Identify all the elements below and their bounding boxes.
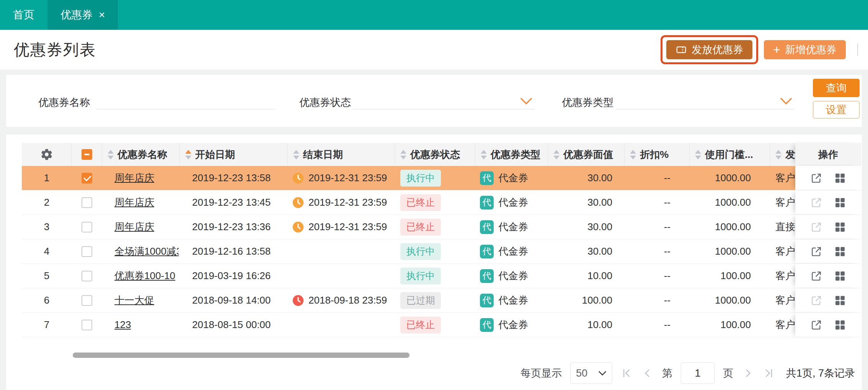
sort-icons[interactable] (400, 150, 406, 159)
send-type: 客户 (770, 313, 795, 337)
row-checkbox[interactable] (82, 222, 92, 232)
row-checkbox[interactable] (82, 271, 92, 281)
header-end-date[interactable]: 结束日期 (288, 143, 395, 166)
export-icon[interactable] (810, 245, 822, 258)
end-date-cell: 2018-09-18 23:59 (288, 288, 395, 312)
filter-name-label: 优惠券名称 (38, 96, 90, 109)
row-checkbox[interactable] (82, 197, 92, 208)
last-page-icon[interactable] (762, 367, 775, 379)
coupon-name-input[interactable] (96, 88, 276, 109)
header-discount[interactable]: 折扣% (625, 143, 690, 166)
coupon-type-select[interactable] (615, 88, 794, 109)
per-page-select[interactable]: 50 (570, 362, 612, 384)
row-checkbox[interactable] (82, 173, 92, 184)
grid-icon[interactable] (834, 245, 846, 258)
export-icon[interactable] (810, 221, 822, 233)
coupon-name-link[interactable]: 十一大促 (114, 294, 154, 307)
grid-icon[interactable] (834, 197, 846, 209)
row-checkbox[interactable] (82, 295, 92, 306)
status-cell: 已终止 (395, 190, 475, 214)
issue-button-label: 发放优惠券 (692, 43, 743, 57)
table-row: 4 全场满1000减30 2019-12-16 13:58 执行中 代 代金券 … (22, 239, 861, 264)
page-suffix-label: 页 (723, 366, 733, 380)
row-checkbox[interactable] (82, 246, 92, 257)
export-icon[interactable] (810, 294, 822, 307)
select-all-checkbox[interactable] (82, 149, 92, 160)
coupon-name-link[interactable]: 123 (114, 319, 131, 331)
header-face-value[interactable]: 优惠券面值 (548, 143, 625, 166)
scrollbar-thumb[interactable] (73, 353, 410, 358)
sort-icons[interactable] (553, 150, 560, 159)
close-icon[interactable]: × (99, 10, 105, 20)
header-label: 开始日期 (195, 148, 235, 161)
page-header: 优惠券列表 发放优惠券 + 新增优惠券 (0, 30, 868, 70)
coupon-status-select[interactable] (353, 88, 534, 109)
tab-coupon[interactable]: 优惠券 × (47, 0, 118, 30)
grid-icon[interactable] (834, 294, 846, 307)
row-index: 7 (22, 313, 72, 337)
row-index: 5 (22, 264, 72, 288)
page-prefix-label: 第 (662, 366, 672, 380)
status-cell: 已终止 (395, 313, 475, 337)
header-coupon-name[interactable]: 优惠券名称 (102, 143, 180, 166)
start-date: 2019-12-23 13:45 (180, 190, 288, 214)
header-actions: 发放优惠券 + 新增优惠券 (666, 40, 858, 59)
header-type[interactable]: 优惠券类型 (475, 143, 548, 166)
coupon-name-cell: 周年店庆 (102, 190, 180, 214)
send-type: 客户 (770, 288, 795, 312)
export-icon[interactable] (810, 319, 822, 331)
sort-icons[interactable] (481, 150, 487, 159)
header-start-date[interactable]: 开始日期 (180, 143, 288, 166)
status-badge: 已终止 (400, 219, 441, 236)
coupon-name-cell: 优惠券100-10 (102, 264, 180, 288)
tab-home-label: 首页 (13, 8, 34, 22)
header-status[interactable]: 优惠券状态 (395, 143, 475, 166)
coupon-name-link[interactable]: 全场满1000减30 (114, 245, 179, 258)
row-checkbox[interactable] (82, 320, 92, 330)
first-page-icon[interactable] (621, 367, 633, 379)
grid-icon[interactable] (834, 221, 846, 233)
sort-icons[interactable] (108, 150, 114, 159)
page-input[interactable]: 1 (681, 362, 715, 384)
grid-icon[interactable] (834, 319, 846, 331)
coupon-name-link[interactable]: 优惠券100-10 (114, 269, 175, 283)
search-button[interactable]: 查询 (813, 79, 860, 97)
status-badge: 执行中 (400, 170, 441, 187)
export-icon[interactable] (810, 270, 822, 282)
status-cell: 已过期 (395, 288, 475, 312)
coupon-name-link[interactable]: 周年店庆 (114, 196, 154, 209)
header-threshold[interactable]: 使用门槛... (690, 143, 770, 166)
sort-icons[interactable] (695, 150, 701, 159)
create-coupon-button[interactable]: + 新增优惠券 (764, 40, 846, 59)
next-page-icon[interactable] (742, 367, 754, 379)
discount-value: -- (625, 239, 690, 263)
chevron-down-icon (780, 97, 793, 105)
filter-type-label: 优惠券类型 (562, 96, 613, 109)
table-row: 5 优惠券100-10 2019-03-19 16:26 执行中 代 代金券 1… (22, 264, 861, 288)
coupon-name-link[interactable]: 周年店庆 (114, 220, 154, 234)
coupon-type-icon: 代 (480, 171, 494, 185)
settings-button[interactable]: 设置 (813, 101, 860, 119)
tab-home[interactable]: 首页 (0, 0, 47, 30)
gear-icon[interactable] (40, 148, 53, 161)
end-date-text: 2019-12-31 23:59 (308, 221, 387, 233)
coupon-name-link[interactable]: 周年店庆 (114, 171, 154, 185)
sort-icons[interactable] (185, 150, 191, 159)
export-icon[interactable] (810, 172, 822, 184)
grid-icon[interactable] (834, 270, 846, 282)
column-settings-header[interactable] (22, 143, 72, 166)
row-check-cell (72, 313, 102, 337)
prev-page-icon[interactable] (641, 367, 654, 379)
start-date: 2019-12-23 13:36 (180, 215, 288, 239)
sort-icons[interactable] (775, 150, 782, 159)
grid-icon[interactable] (834, 172, 846, 184)
sort-icons[interactable] (293, 150, 299, 159)
issue-coupon-button[interactable]: 发放优惠券 (666, 40, 752, 59)
export-icon[interactable] (810, 197, 822, 209)
horizontal-scrollbar[interactable] (73, 353, 410, 358)
row-operations (795, 166, 861, 190)
end-date-cell: 2019-12-31 23:59 (288, 215, 395, 239)
sort-icons[interactable] (630, 150, 636, 159)
row-operations (795, 264, 861, 288)
header-send-type[interactable]: 发... (770, 143, 795, 166)
